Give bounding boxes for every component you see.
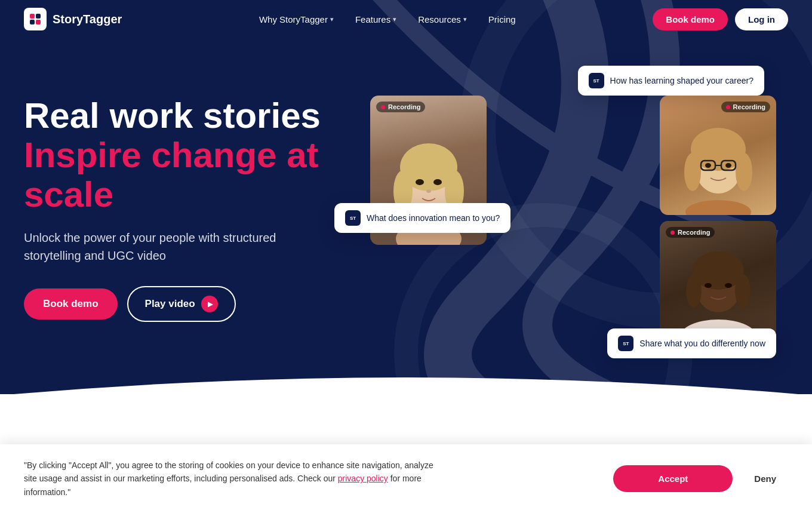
hero-section: Real work stories Inspire change at scal… — [0, 0, 812, 394]
svg-rect-2 — [30, 20, 35, 24]
hero-title: Real work stories Inspire change at scal… — [24, 96, 322, 214]
st-logo-icon: ST — [589, 73, 604, 88]
prompt-bubble-mid: ST What does innovation mean to you? — [334, 203, 510, 233]
svg-point-28 — [725, 283, 732, 288]
svg-point-25 — [686, 274, 702, 308]
hero-book-demo-button[interactable]: Book demo — [24, 288, 118, 320]
hero-text: Real work stories Inspire change at scal… — [24, 96, 322, 322]
svg-rect-3 — [36, 20, 41, 24]
svg-point-12 — [685, 200, 751, 215]
prompt-bubble-bottom: ST Share what you do differently now — [607, 328, 776, 358]
nav-links: Why StoryTagger ▾ Features ▾ Resources ▾… — [251, 10, 524, 29]
cookie-accept-button[interactable]: Accept — [613, 465, 733, 492]
nav-login-button[interactable]: Log in — [735, 8, 788, 30]
hero-subtitle: Unlock the power of your people with str… — [24, 229, 287, 265]
video-thumb-2: Recording — [660, 96, 776, 215]
nav-resources[interactable]: Resources ▾ — [410, 10, 475, 29]
navbar: StoryTagger Why StoryTagger ▾ Features ▾… — [0, 0, 812, 38]
cookie-banner: "By clicking "Accept All", you agree to … — [0, 444, 812, 513]
nav-features[interactable]: Features ▾ — [347, 10, 405, 29]
logo[interactable]: StoryTagger — [24, 8, 122, 30]
hero-play-video-button[interactable]: Play video ▶ — [127, 286, 236, 322]
recording-badge-2: Recording — [721, 102, 770, 112]
svg-point-16 — [736, 153, 752, 191]
nav-actions: Book demo Log in — [653, 8, 788, 30]
video-thumb-3: Recording — [660, 221, 776, 337]
cookie-text: "By clicking "Accept All", you agree to … — [24, 459, 442, 499]
svg-rect-1 — [36, 14, 41, 19]
svg-rect-0 — [30, 14, 35, 19]
logo-icon — [24, 8, 47, 30]
chevron-down-icon: ▾ — [393, 16, 396, 23]
cookie-actions: Accept Deny — [613, 465, 788, 492]
recording-badge-1: Recording — [376, 102, 425, 112]
chevron-down-icon: ▾ — [463, 16, 467, 23]
recording-badge-3: Recording — [666, 227, 715, 238]
nav-why[interactable]: Why StoryTagger ▾ — [251, 10, 342, 29]
st-logo-icon-mid: ST — [345, 210, 361, 226]
hero-buttons: Book demo Play video ▶ — [24, 286, 322, 322]
svg-point-27 — [705, 283, 712, 288]
play-icon: ▶ — [201, 296, 218, 312]
svg-point-20 — [705, 163, 711, 168]
cookie-deny-button[interactable]: Deny — [742, 465, 788, 492]
privacy-policy-link[interactable]: privacy policy — [338, 474, 388, 483]
svg-point-15 — [684, 153, 701, 191]
svg-point-21 — [725, 163, 731, 168]
nav-pricing[interactable]: Pricing — [480, 10, 524, 29]
svg-point-9 — [416, 179, 424, 185]
logo-text: StoryTagger — [53, 13, 122, 26]
svg-point-26 — [735, 274, 751, 308]
nav-book-demo-button[interactable]: Book demo — [653, 8, 728, 30]
hero-visual: ST How has learning shaped your career? — [346, 66, 788, 352]
st-logo-icon-bottom: ST — [618, 336, 633, 351]
prompt-bubble-top: ST How has learning shaped your career? — [578, 66, 764, 96]
svg-point-11 — [426, 189, 431, 193]
hero-inner: Real work stories Inspire change at scal… — [0, 6, 812, 388]
chevron-down-icon: ▾ — [330, 16, 334, 23]
svg-point-10 — [433, 179, 442, 185]
